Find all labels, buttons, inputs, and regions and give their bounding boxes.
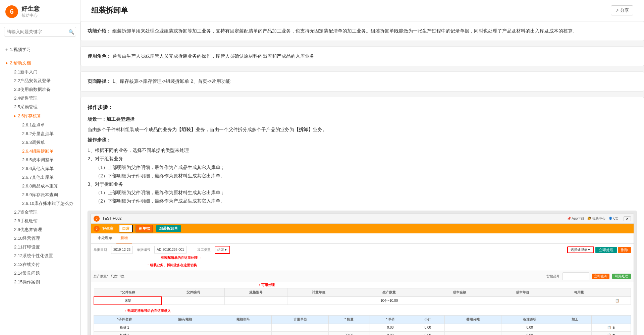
search-input[interactable] <box>4 27 76 37</box>
upper-th-code: 父件编码 <box>162 288 224 297</box>
ann4-label: ↑ 无固定清单可组合在这里录入 <box>91 308 634 314</box>
plus-icon: + <box>5 47 8 52</box>
upper-cell-spec <box>224 297 287 305</box>
ann2-label: ↑ 组装业务、拆卸业务在这里切换 <box>94 263 197 267</box>
app-logo-icon: 6 <box>94 216 100 222</box>
sidebar-item-ops[interactable]: 2.10经营管理 <box>10 234 75 243</box>
select-process-btn[interactable]: 选择处理单▼ <box>567 246 594 253</box>
lr1-subtotal: 0.00 <box>411 324 444 331</box>
share-button[interactable]: ↗ 分享 <box>611 5 633 15</box>
sidebar-item-payment[interactable]: 2.13在线支付 <box>10 260 75 269</box>
lower-th-price: * 单价 <box>370 315 411 324</box>
lower-th-share: 费用分摊 <box>444 315 501 324</box>
app-close-btn[interactable]: ✕ <box>624 216 631 221</box>
sidebar-item-costrecalc[interactable]: 2.6.8商品成本重算 <box>18 182 75 190</box>
use-role-block: 使用角色： 通常由生产人员或库管人员完成拆装业务的操作，库管人员确认原材料的出库… <box>80 46 644 66</box>
sidebar-item-stockcount[interactable]: 2.6.1盘点单 <box>18 121 75 129</box>
scene1-desc: 当由多个子件材料组装成一个成品的业务为【组装】业务，当由一个父件拆分成多个子产品… <box>88 125 637 134</box>
lr1-code <box>155 324 215 331</box>
upper-cell-btn: 📋 <box>604 297 631 305</box>
sidebar-item-invfix[interactable]: 2.6.10库存账本错了怎么办 <box>18 199 75 208</box>
sidebar-item-install[interactable]: 2.2产品安装及登录 <box>10 76 75 85</box>
upper-th-qty: 生产数量 <box>350 288 428 297</box>
qty-value: 只次: 1次 <box>111 273 124 279</box>
lower-th-qty: * 数量 <box>328 315 370 324</box>
minus-icon-2: ● <box>13 114 16 118</box>
lr2-share <box>444 331 501 335</box>
sidebar-item-finance[interactable]: 2.7资金管理 <box>10 208 75 217</box>
sidebar-item-otherinbound[interactable]: 2.6.6其他入库单 <box>18 164 75 173</box>
lr1-share <box>444 324 501 331</box>
lower-th-process: 加工 <box>558 315 592 324</box>
sidebar-item-purchase[interactable]: 2.5采购管理 <box>10 103 75 111</box>
sidebar: 6 好生意 帮助中心 🔍 + 1.视频学习 ● 2.帮助文档 2.1 <box>0 0 80 335</box>
search-bar: 🔍 <box>0 23 80 40</box>
sidebar-item-sales[interactable]: 2.4销售管理 <box>10 94 75 103</box>
lr1-spec <box>215 324 272 331</box>
logo-icon: 6 <box>5 5 18 18</box>
lr1-unit <box>272 324 328 331</box>
sidebar-item-videos[interactable]: + 1.视频学习 <box>5 45 75 54</box>
sidebar-item-assembly[interactable]: 2.6.4组装拆卸单 <box>18 147 75 156</box>
sidebar-item-splitcount[interactable]: 2.6.2分量盘点单 <box>18 129 75 138</box>
use-role-label: 使用角色： <box>88 53 111 59</box>
lr2-name: 板材 2 <box>94 331 155 335</box>
sidebar-item-costadj[interactable]: 2.6.5成本调整单 <box>18 156 75 164</box>
lower-th-note: 备注说明 <box>501 315 558 324</box>
app-nav-own[interactable]: 自营 <box>119 225 133 232</box>
lower-th-name: *子件名称 <box>94 315 155 324</box>
feature-intro-label: 功能介绍： <box>88 28 111 34</box>
sidebar-item-transfer[interactable]: 2.6.3调拨单 <box>18 138 75 147</box>
upper-th-uprice: 成本单价 <box>491 288 554 297</box>
lower-row-1: 板材 1 0.00 0.00 0.00 <box>94 324 631 331</box>
nav-section-2: ● 2.帮助文档 2.1新手入门 2.2产品安装及登录 2.3使用前数据准备 2… <box>0 56 80 288</box>
date-label: 单据日期 <box>94 247 107 253</box>
qty-label: 总产数量: <box>94 273 108 279</box>
nav-section-1: + 1.视频学习 <box>0 43 80 56</box>
sidebar-item-docs[interactable]: ● 2.帮助文档 <box>5 58 75 68</box>
save-process-btn[interactable]: 立即处理 <box>595 247 617 253</box>
tab-bar: 未处理单 新增 <box>91 233 634 244</box>
sidebar-item-coupon[interactable]: 2.9优惠券管理 <box>10 225 75 234</box>
lower-th-ops <box>592 315 631 324</box>
sidebar-item-mobile[interactable]: 2.8手机旺铺 <box>10 217 75 225</box>
search-button[interactable]: 🔍 <box>68 29 74 35</box>
app-nav-logo: 6 <box>94 226 100 232</box>
sidebar-item-beginner[interactable]: 2.1新手入门 <box>10 68 75 76</box>
app-nav-new[interactable]: 新单据 <box>136 225 153 232</box>
ann1-label: 有装配清单的在这里处理 → <box>161 256 202 260</box>
ann3-label: ↑ 可用处理 <box>91 282 634 288</box>
search-goods[interactable] <box>562 272 589 280</box>
lower-table-wrap: *子件名称 编码/规格 规格型号 计量单位 * 数量 * 单价 小计 费用分摊 <box>91 315 634 335</box>
sidebar-item-invquery[interactable]: 2.6.9库存账本查询 <box>18 190 75 199</box>
lower-table: *子件名称 编码/规格 规格型号 计量单位 * 数量 * 单价 小计 费用分摊 <box>94 315 631 335</box>
app-topbar-actions: 📌 App下载 🙋 帮助中心 👤 CC <box>567 216 618 222</box>
steps-title: 操作步骤： <box>88 103 637 112</box>
tab-unprocessed[interactable]: 未处理单 <box>94 233 116 243</box>
sidebar-item-otheroutbound[interactable]: 2.6.7其他出库单 <box>18 173 75 182</box>
sidebar-item-settings[interactable]: 2.12系统个性化设置 <box>10 252 75 260</box>
app-nav-process[interactable]: 组装拆卸单 <box>156 225 181 232</box>
logo-title: 好生意 <box>21 5 40 13</box>
query-btn[interactable]: 立即查询 <box>592 274 609 279</box>
nav-sub-docs: 2.1新手入门 2.2产品安装及登录 2.3使用前数据准备 2.4销售管理 2.… <box>5 68 75 286</box>
nav-tree: + 1.视频学习 ● 2.帮助文档 2.1新手入门 2.2产品安装及登录 2.3… <box>0 40 80 335</box>
lr2-price: 0.00 <box>370 331 411 335</box>
lr1-note: 0.00 <box>501 324 558 331</box>
sidebar-item-prepare[interactable]: 2.3使用前数据准备 <box>10 85 75 94</box>
delete-btn[interactable]: 删除 <box>618 247 631 253</box>
type-dropdown[interactable]: 组装▼ <box>215 246 230 254</box>
sidebar-item-inventory[interactable]: ● 2.6库存核算 <box>10 111 75 121</box>
share-icon: ↗ <box>615 8 619 13</box>
upper-row-1: 床架 10个~10.00 📋 <box>94 297 631 305</box>
tab-new[interactable]: 新增 <box>116 233 132 243</box>
upper-th-name: *父件名称 <box>94 288 162 297</box>
upper-cell-avail <box>554 297 604 305</box>
sidebar-item-print[interactable]: 2.11打印设置 <box>10 243 75 252</box>
sidebar-item-faq[interactable]: 2.14常见问题 <box>10 269 75 278</box>
step-2-2: （2）下部明细为子件明细，最终作为原材料生成其它出库单。 <box>88 172 637 180</box>
type-label: 加工类型 <box>197 247 211 253</box>
sidebar-item-cases[interactable]: 2.15操作案例 <box>10 278 75 286</box>
step-2-1: （1）上部明细为父件明细，最终作为产成品生成其它入库单； <box>88 163 637 172</box>
available-btn[interactable]: 可用处理 <box>612 274 631 279</box>
